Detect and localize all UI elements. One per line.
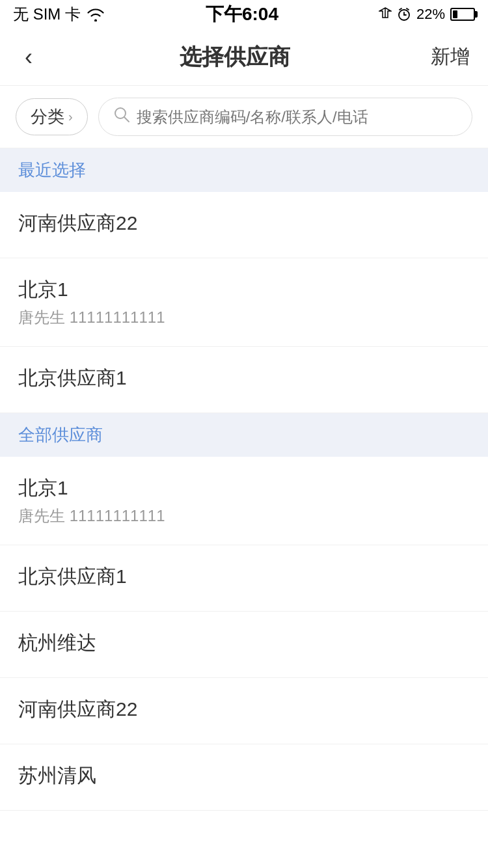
battery-percent: 22% bbox=[416, 6, 445, 23]
list-item[interactable]: 河南供应商22 bbox=[0, 192, 488, 258]
list-item[interactable]: 杭州维达 bbox=[0, 612, 488, 678]
item-name: 北京1 bbox=[18, 277, 470, 303]
item-name: 杭州维达 bbox=[18, 630, 470, 657]
svg-line-3 bbox=[400, 8, 401, 10]
battery-icon bbox=[450, 8, 475, 21]
item-name: 北京供应商1 bbox=[18, 563, 470, 590]
list-container: 最近选择河南供应商22北京1唐先生 11111111111北京供应商1全部供应商… bbox=[0, 148, 488, 811]
nav-bar: ‹ 选择供应商 新增 bbox=[0, 29, 488, 86]
back-button[interactable]: ‹ bbox=[18, 37, 39, 77]
category-button[interactable]: 分类 › bbox=[16, 98, 88, 135]
search-input[interactable] bbox=[137, 108, 457, 126]
item-name: 河南供应商22 bbox=[18, 210, 470, 237]
chevron-right-icon: › bbox=[68, 109, 73, 124]
list-item[interactable]: 河南供应商22 bbox=[0, 678, 488, 744]
no-sim-label: 无 SIM 卡 bbox=[13, 4, 81, 25]
search-icon bbox=[113, 106, 130, 128]
item-name: 河南供应商22 bbox=[18, 696, 470, 723]
list-item[interactable]: 北京1唐先生 11111111111 bbox=[0, 457, 488, 545]
category-label: 分类 bbox=[31, 105, 64, 128]
list-item[interactable]: 北京供应商1 bbox=[0, 347, 488, 413]
status-bar: 无 SIM 卡 下午6:04 22% bbox=[0, 0, 488, 29]
svg-line-6 bbox=[124, 117, 129, 122]
item-name: 北京供应商1 bbox=[18, 365, 470, 392]
location-icon bbox=[379, 7, 392, 21]
filter-row: 分类 › bbox=[0, 86, 488, 148]
list-item[interactable]: 苏州清风 bbox=[0, 744, 488, 811]
section-header-recent: 最近选择 bbox=[0, 148, 488, 192]
section-header-all: 全部供应商 bbox=[0, 413, 488, 457]
page-title: 选择供应商 bbox=[180, 42, 290, 72]
status-right: 22% bbox=[379, 6, 475, 23]
svg-line-4 bbox=[407, 8, 409, 10]
list-item[interactable]: 北京供应商1 bbox=[0, 545, 488, 612]
item-sub: 唐先生 11111111111 bbox=[18, 506, 470, 526]
status-time: 下午6:04 bbox=[206, 2, 278, 27]
item-name: 苏州清风 bbox=[18, 763, 470, 789]
item-name: 北京1 bbox=[18, 475, 470, 502]
status-left: 无 SIM 卡 bbox=[13, 4, 105, 25]
list-item[interactable]: 北京1唐先生 11111111111 bbox=[0, 258, 488, 347]
alarm-icon bbox=[397, 7, 411, 21]
search-box[interactable] bbox=[98, 98, 472, 136]
add-button[interactable]: 新增 bbox=[431, 44, 470, 70]
wifi-icon bbox=[86, 7, 105, 21]
item-sub: 唐先生 11111111111 bbox=[18, 307, 470, 328]
